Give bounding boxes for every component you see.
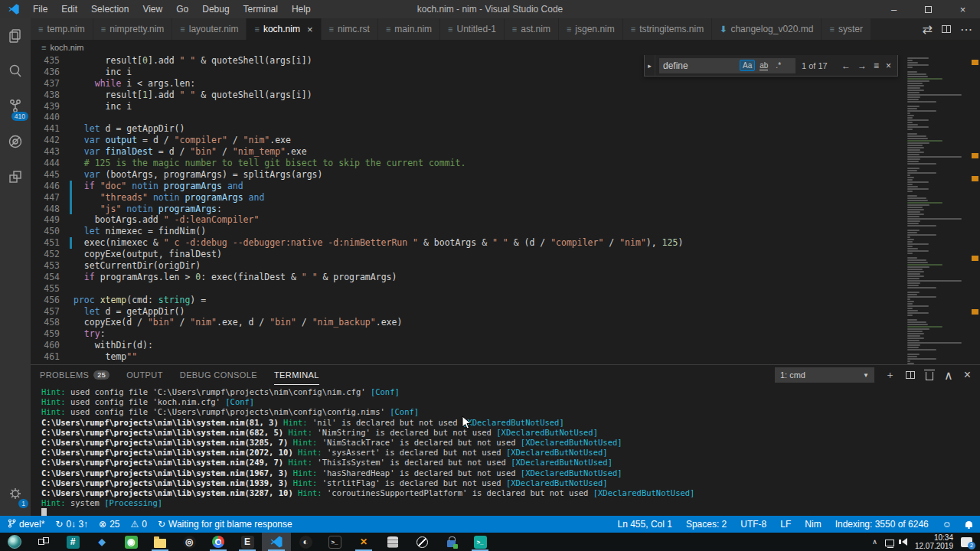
code-line-443[interactable]: 443 var finalDest = d / "bin" / "nim_tem… [31, 146, 893, 158]
settings-gear-icon[interactable]: 1 [0, 476, 31, 511]
taskbar-app-teal-icon[interactable]: # [58, 533, 87, 551]
explorer-icon[interactable] [0, 18, 31, 54]
find-in-selection-icon[interactable]: ≡ [874, 60, 879, 71]
toggle-replace-icon[interactable]: ▸ [645, 55, 655, 76]
menu-help[interactable]: Help [285, 0, 318, 18]
code-line-461[interactable]: 461 temp"" [31, 351, 893, 363]
breadcrumb[interactable]: ≡ koch.nim [31, 40, 980, 55]
taskbar-vscode-icon[interactable] [262, 533, 291, 551]
code-line-438[interactable]: 438 result[1].add " " & quoteShell(args[… [31, 90, 893, 101]
notifications-bell-icon[interactable] [965, 521, 972, 527]
code-line-440[interactable]: 440 [31, 112, 893, 123]
code-line-447[interactable]: 447 "threads" notin programArgs and [31, 192, 893, 204]
match-case-icon[interactable]: Aa [740, 60, 755, 71]
menu-debug[interactable]: Debug [195, 0, 236, 18]
editor[interactable]: 435 result[0].add " " & quoteShell(args[… [31, 55, 980, 364]
find-input[interactable] [663, 60, 738, 71]
code-line-459[interactable]: 459 try: [31, 328, 893, 340]
taskbar-app-e-icon[interactable]: E [233, 533, 262, 551]
menu-file[interactable]: File [26, 0, 54, 18]
code-line-454[interactable]: 454 if programArgs.len > 0: exec(finalDe… [31, 272, 893, 283]
status-spaces-2[interactable]: Spaces: 2 [686, 519, 727, 530]
code-line-450[interactable]: 450 let nimexec = findNim() [31, 226, 893, 237]
minimap[interactable] [904, 55, 969, 364]
code-line-456[interactable]: 456proc xtemp(cmd: string) = [31, 295, 893, 306]
close-window-icon[interactable]: × [946, 0, 980, 18]
taskbar-satellite-icon[interactable] [407, 533, 436, 551]
tab-koch-nim[interactable]: ≡koch.nim× [247, 18, 321, 40]
tray-chevron-icon[interactable]: ∧ [872, 538, 877, 546]
more-actions-icon[interactable]: ⋯ [960, 22, 972, 37]
code-line-446[interactable]: 446 if "doc" notin programArgs and [31, 181, 893, 192]
tab-layouter-nim[interactable]: ≡layouter.nim [172, 18, 247, 40]
code-line-441[interactable]: 441 let d = getAppDir() [31, 123, 893, 135]
code-line-437[interactable]: 437 while i < args.len: [31, 78, 893, 90]
code-line-445[interactable]: 445 var (bootArgs, programArgs) = splitA… [31, 169, 893, 181]
maximize-panel-icon[interactable]: ∧ [944, 368, 953, 383]
status-sync[interactable]: ↻0↓ 3↑ [55, 519, 88, 530]
split-editor-icon[interactable] [942, 25, 951, 33]
find-previous-icon[interactable]: ← [841, 60, 851, 71]
close-panel-icon[interactable]: × [964, 368, 971, 382]
taskbar-task-view-icon[interactable] [29, 533, 58, 551]
sync-changes-icon[interactable]: ⇄ [923, 22, 933, 37]
clock[interactable]: 10:34 12.07.2019 [915, 533, 953, 550]
tab-changelog-v020-md[interactable]: ⬇changelog_v020.md [712, 18, 822, 40]
panel-tab-output[interactable]: OUTPUT [126, 365, 163, 385]
status-spinner[interactable]: ↻Waiting for git blame response [158, 519, 292, 530]
taskbar-database-icon[interactable] [378, 533, 407, 551]
menu-selection[interactable]: Selection [84, 0, 136, 18]
tab-jsgen-nim[interactable]: ≡jsgen.nim [559, 18, 623, 40]
whole-word-icon[interactable]: ab [756, 60, 771, 71]
source-control-icon[interactable]: 410 [0, 89, 31, 124]
taskbar-app-eye-icon[interactable]: ◉ [116, 533, 145, 551]
taskbar-media-icon[interactable]: ◐ [291, 533, 320, 551]
taskbar-cmder-icon[interactable]: >_ [466, 533, 495, 551]
status-ln-455-col-1[interactable]: Ln 455, Col 1 [618, 519, 672, 530]
code-line-457[interactable]: 457 let d = getAppDir() [31, 306, 893, 318]
code-line-439[interactable]: 439 inc i [31, 101, 893, 112]
panel-tab-problems[interactable]: PROBLEMS25 [40, 365, 109, 385]
code-line-458[interactable]: 458 copyExe(d / "bin" / "nim".exe, d / "… [31, 317, 893, 328]
close-tab-icon[interactable]: × [307, 24, 313, 35]
tab-syster[interactable]: ≡syster [822, 18, 871, 40]
code-line-455[interactable]: 455 [31, 283, 893, 295]
taskbar-app-x-icon[interactable]: ✕ [349, 533, 378, 551]
code-line-444[interactable]: 444 # 125 is the magic number to tell gi… [31, 158, 893, 169]
tab-ast-nim[interactable]: ≡ast.nim [505, 18, 559, 40]
regex-icon[interactable]: .* [773, 60, 784, 71]
taskbar-cmd-icon[interactable]: >_ [320, 533, 349, 551]
scrollbar[interactable] [969, 55, 980, 364]
status-utf-8[interactable]: UTF-8 [740, 519, 766, 530]
menu-go[interactable]: Go [169, 0, 195, 18]
feedback-smiley-icon[interactable]: ☺ [942, 519, 952, 530]
code-line-451[interactable]: 451 exec(nimexec & " c -d:debug --debugg… [31, 237, 893, 249]
minimize-icon[interactable]: – [877, 0, 911, 18]
panel-tab-debug-console[interactable]: DEBUG CONSOLE [180, 365, 257, 385]
tab-temp-nim[interactable]: ≡temp.nim [31, 18, 93, 40]
new-terminal-icon[interactable]: ＋ [885, 368, 895, 382]
debug-icon[interactable] [0, 124, 31, 159]
tab-nimc-rst[interactable]: ≡nimc.rst [322, 18, 378, 40]
tab-untitled-1[interactable]: ≡Untitled-1 [440, 18, 505, 40]
code-line-449[interactable]: 449 bootArgs.add " -d:leanCompiler" [31, 214, 893, 226]
status-nim[interactable]: Nim [805, 519, 821, 530]
tab-tstringitems-nim[interactable]: ≡tstringitems.nim [623, 18, 712, 40]
find-next-icon[interactable]: → [858, 60, 867, 71]
status-error[interactable]: ⊗25 [99, 519, 119, 530]
status-warning[interactable]: ⚠0 [131, 519, 147, 530]
tab-nimpretty-nim[interactable]: ≡nimpretty.nim [93, 18, 173, 40]
taskbar-explorer-icon[interactable] [145, 533, 175, 551]
panel-tab-terminal[interactable]: TERMINAL [274, 365, 319, 385]
code-line-453[interactable]: 453 setCurrentDir(origDir) [31, 260, 893, 272]
menu-view[interactable]: View [136, 0, 169, 18]
taskbar-lock-icon[interactable] [436, 533, 466, 551]
kill-terminal-icon[interactable] [926, 372, 933, 380]
close-find-icon[interactable]: × [886, 60, 891, 71]
taskbar-obs-icon[interactable]: ◎ [175, 533, 204, 551]
menu-terminal[interactable]: Terminal [237, 0, 285, 18]
taskbar-app-3d-icon[interactable]: ◆ [87, 533, 116, 551]
split-terminal-icon[interactable] [906, 371, 915, 379]
status-lf[interactable]: LF [780, 519, 791, 530]
search-icon[interactable] [0, 54, 31, 89]
